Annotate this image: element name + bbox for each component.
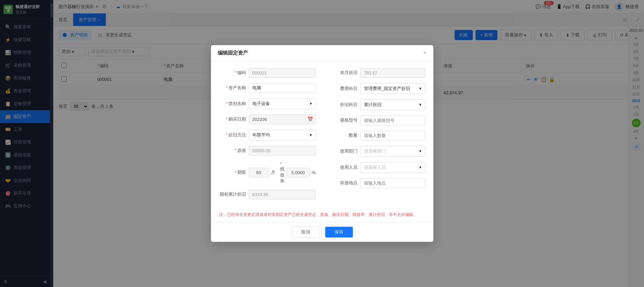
department-placeholder: 请选择部门 bbox=[364, 148, 386, 154]
residual-container: % bbox=[286, 168, 316, 178]
form-row-storage: 存放地点 bbox=[331, 178, 425, 188]
expense-subject-select[interactable]: 管理费用_固定资产折旧 ▾ bbox=[360, 83, 425, 94]
cancel-button[interactable]: 取消 bbox=[292, 226, 320, 238]
form-row-asset-name: *资产名称 bbox=[219, 83, 316, 93]
form-row-dep-method: *折旧方法 年限平均 ▾ bbox=[219, 130, 316, 140]
spec-input[interactable] bbox=[360, 116, 425, 125]
modal-note: 注：已经存在变更记录或者对应固定资产已经生成凭证，原值、购买日期、残值率、累计折… bbox=[211, 212, 433, 222]
department-arrow: ▾ bbox=[419, 149, 422, 154]
spec-label: 规格型号 bbox=[331, 117, 358, 123]
expense-subject-value: 管理费用_固定资产折旧 bbox=[364, 86, 410, 92]
modal-title: 编辑固定资产 bbox=[218, 50, 248, 56]
department-label: 使用部门 bbox=[331, 148, 358, 154]
purchase-date-wrapper: 📅 bbox=[249, 115, 316, 124]
dep-method-value: 年限平均 bbox=[252, 132, 270, 138]
form-row-user: 使用人员 请选择人员 ▾ bbox=[331, 162, 425, 173]
dep-subject-value: 累计折旧 bbox=[364, 102, 381, 108]
user-label: 使用人员 bbox=[331, 164, 358, 170]
purchase-date-input[interactable] bbox=[249, 115, 316, 124]
asset-name-input[interactable] bbox=[249, 83, 316, 93]
asset-name-label: *资产名称 bbox=[219, 85, 246, 91]
purchase-date-label: *购买日期 bbox=[219, 116, 246, 122]
dep-method-arrow: ▾ bbox=[310, 132, 312, 137]
code-input[interactable] bbox=[249, 68, 316, 78]
quantity-label: 数量 bbox=[331, 132, 358, 138]
department-select[interactable]: 请选择部门 ▾ bbox=[360, 146, 425, 157]
form-right-col: 本月折旧 费用科目 管理费用_固定资产折旧 ▾ bbox=[323, 68, 425, 205]
form-row-spec: 规格型号 bbox=[331, 116, 425, 125]
original-value-label: *原值 bbox=[219, 148, 246, 154]
dep-subject-select[interactable]: 累计折旧 ▾ bbox=[360, 99, 425, 110]
modal-overlay: 编辑固定资产 × *编码 *资产名称 bbox=[0, 0, 644, 287]
form-row-initial-dep: 期初累计折旧 bbox=[219, 190, 316, 199]
period-container: 月 *残值率 % bbox=[249, 161, 316, 184]
save-button[interactable]: 保存 bbox=[325, 227, 353, 237]
category-label: *类别名称 bbox=[219, 101, 246, 107]
dep-subject-label: 折旧科目 bbox=[331, 102, 358, 108]
initial-dep-label: 期初累计折旧 bbox=[219, 191, 246, 197]
expense-subject-label: 费用科目 bbox=[331, 86, 358, 92]
edit-asset-modal: 编辑固定资产 × *编码 *资产名称 bbox=[211, 45, 433, 242]
calendar-icon: 📅 bbox=[307, 117, 313, 122]
modal-footer: 取消 保存 bbox=[211, 222, 433, 242]
modal-header: 编辑固定资产 × bbox=[211, 45, 433, 61]
modal-body: *编码 *资产名称 *类别名称 bbox=[211, 61, 433, 212]
form-left-col: *编码 *资产名称 *类别名称 bbox=[219, 68, 323, 205]
form-row-quantity: 数量 bbox=[331, 131, 425, 140]
expense-subject-arrow: ▾ bbox=[419, 86, 422, 91]
form-row-this-month-dep: 本月折旧 bbox=[331, 68, 425, 78]
dep-subject-arrow: ▾ bbox=[419, 102, 422, 107]
storage-label: 存放地点 bbox=[331, 180, 358, 186]
dep-method-label: *折旧方法 bbox=[219, 132, 246, 138]
residual-rate-input[interactable] bbox=[286, 168, 310, 178]
residual-rate-label: *残值率 bbox=[280, 161, 284, 184]
user-select[interactable]: 请选择人员 ▾ bbox=[360, 162, 425, 173]
residual-rate-unit: % bbox=[312, 170, 316, 175]
quantity-input[interactable] bbox=[360, 131, 425, 140]
form-row-expense-subject: 费用科目 管理费用_固定资产折旧 ▾ bbox=[331, 83, 425, 94]
user-placeholder: 请选择人员 bbox=[364, 164, 386, 170]
modal-form: *编码 *资产名称 *类别名称 bbox=[219, 68, 425, 205]
form-row-period: *期限 月 *残值率 % bbox=[219, 161, 316, 184]
this-month-dep-input bbox=[360, 68, 425, 78]
form-row-original-value: *原值 bbox=[219, 146, 316, 156]
period-unit: 月 bbox=[271, 169, 275, 176]
period-label: *期限 bbox=[219, 169, 246, 176]
form-row-category: *类别名称 电子设备 ▾ bbox=[219, 98, 316, 109]
this-month-dep-label: 本月折旧 bbox=[331, 70, 358, 76]
form-row-code: *编码 bbox=[219, 68, 316, 78]
form-row-department: 使用部门 请选择部门 ▾ bbox=[331, 146, 425, 157]
category-select[interactable]: 电子设备 ▾ bbox=[249, 98, 316, 109]
category-select-arrow: ▾ bbox=[310, 101, 312, 106]
storage-input[interactable] bbox=[360, 178, 425, 188]
form-row-dep-subject: 折旧科目 累计折旧 ▾ bbox=[331, 99, 425, 110]
form-row-purchase-date: *购买日期 📅 bbox=[219, 115, 316, 124]
modal-close-button[interactable]: × bbox=[423, 50, 426, 56]
dep-method-select[interactable]: 年限平均 ▾ bbox=[249, 130, 316, 140]
period-input[interactable] bbox=[249, 168, 269, 178]
initial-dep-input[interactable] bbox=[249, 190, 316, 199]
category-select-value: 电子设备 bbox=[252, 101, 270, 107]
user-arrow: ▾ bbox=[419, 165, 422, 170]
code-label: *编码 bbox=[219, 70, 246, 76]
original-value-input[interactable] bbox=[249, 146, 316, 156]
